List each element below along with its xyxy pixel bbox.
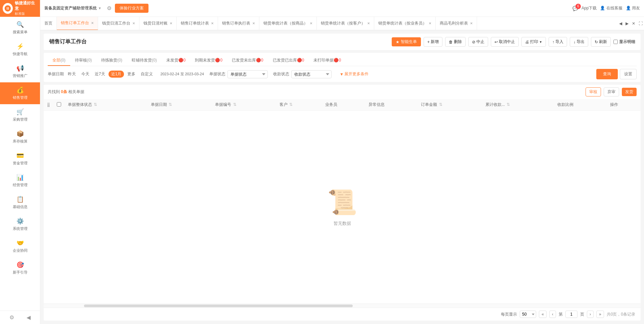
- print-btn[interactable]: 🖨 打印 ▼: [521, 37, 546, 47]
- filter-tab-inspect[interactable]: 待拣验货(0): [96, 55, 127, 66]
- page-last-btn[interactable]: »: [596, 311, 604, 318]
- col-number-sort[interactable]: ⇅: [233, 102, 237, 107]
- tab-sales-goods[interactable]: 销货单统计表（按商品） ✕: [259, 17, 317, 30]
- col-checkbox[interactable]: [53, 99, 65, 111]
- audit-btn[interactable]: 审核: [586, 87, 601, 96]
- page-next-btn[interactable]: ›: [587, 311, 594, 318]
- query-btn[interactable]: 查询: [596, 69, 618, 79]
- refresh-btn[interactable]: ↻ 刷新: [591, 37, 611, 47]
- page-first-btn[interactable]: «: [539, 311, 547, 318]
- date-today[interactable]: 今天: [79, 71, 91, 78]
- tab-margin[interactable]: 商品毛利分析表 ✕: [436, 17, 477, 30]
- system-title-select[interactable]: 装备及固定资产辅助管理系统 ▼: [44, 5, 101, 11]
- tabs-next[interactable]: ▶: [624, 21, 630, 26]
- col-customer-sort[interactable]: ⇅: [289, 102, 293, 107]
- cancel-stop-btn[interactable]: ↩ 取消中止: [491, 37, 519, 47]
- status-select[interactable]: 单据状态: [227, 70, 268, 78]
- filter-tab-pending[interactable]: 待审核(0): [70, 55, 97, 66]
- message-btn[interactable]: 💬 6: [572, 6, 578, 11]
- filter-tab-all[interactable]: 全部(0): [48, 55, 70, 66]
- filter-tab-unprinted[interactable]: 未打印单据🔴0: [309, 55, 346, 66]
- tab-margin-close[interactable]: ✕: [470, 22, 473, 25]
- sidebar-item-finance[interactable]: 💳 资金管理: [0, 148, 40, 170]
- cancel-audit-btn[interactable]: 弃审: [604, 87, 619, 96]
- sidebar-item-search[interactable]: 🔍 搜索菜单: [0, 17, 40, 39]
- filter-area: 全部(0) 待审核(0) 待拣验货(0) 旺铺待发货(0) 未发货🔴0 到期未发…: [44, 53, 641, 82]
- topbar-settings-icon[interactable]: ⚙: [107, 5, 112, 11]
- payment-select[interactable]: 收款状态: [291, 70, 332, 78]
- import-btn[interactable]: ↑ 导入: [549, 37, 567, 47]
- sidebar-item-guide[interactable]: 🎯 新手引导: [0, 257, 40, 279]
- tab-sales-goods-close[interactable]: ✕: [310, 22, 312, 25]
- col-status-sort[interactable]: ⇅: [94, 102, 97, 107]
- col-customer-label: 客户: [280, 102, 288, 107]
- user-menu-btn[interactable]: 👤 用友: [626, 5, 640, 11]
- stop-btn[interactable]: ⊘ 中止: [468, 37, 488, 47]
- smart-generate-btn[interactable]: ★ 智能生单: [392, 37, 421, 46]
- date-more[interactable]: 更多: [125, 71, 137, 78]
- horizontal-scrollbar[interactable]: [44, 303, 641, 308]
- show-detail-label[interactable]: 显示明细: [613, 39, 635, 45]
- tab-daily-account[interactable]: 钱货日清对账 ✕: [139, 17, 177, 30]
- date-custom[interactable]: 自定义: [139, 71, 155, 78]
- add-btn[interactable]: + 新增: [424, 37, 442, 47]
- tab-sales-stat-label: 销售订单统计表: [181, 21, 209, 26]
- filter-tab-shipped-stocked[interactable]: 已发货已出库🔴0: [268, 55, 309, 66]
- tab-sales-exec[interactable]: 销售订单执行表 ✕: [218, 17, 259, 30]
- tab-sales-stat[interactable]: 销售订单统计表 ✕: [177, 17, 218, 30]
- industry-btn[interactable]: 体验行业方案: [115, 4, 148, 13]
- tab-daily-clear[interactable]: 钱货日清工作台 ✕: [98, 17, 139, 30]
- app-download-btn[interactable]: App下载: [582, 5, 597, 11]
- tab-sales-exec-close[interactable]: ✕: [252, 22, 255, 25]
- sidebar-item-sales[interactable]: 💰 销售管理: [0, 82, 40, 104]
- ship-btn[interactable]: 发货: [622, 88, 637, 96]
- tab-sales-order[interactable]: 销售订单工作台 ✕: [57, 17, 98, 30]
- sidebar-item-basic[interactable]: 📋 基础信息: [0, 192, 40, 213]
- show-detail-checkbox[interactable]: [613, 40, 618, 44]
- tabs-prev[interactable]: ◀: [618, 21, 624, 26]
- sidebar-item-purchase[interactable]: 🛒 采购管理: [0, 104, 40, 126]
- settings-filter-btn[interactable]: 设置: [620, 69, 637, 79]
- expand-filter-btn[interactable]: ▼ 展开更多条件: [337, 70, 371, 78]
- col-date-sort[interactable]: ⇅: [169, 102, 172, 107]
- filter-tab-wangpu[interactable]: 旺铺待发货(0): [127, 55, 162, 66]
- sidebar-item-collab[interactable]: 🤝 企业协同: [0, 235, 40, 257]
- col-amount-sort[interactable]: ⇅: [439, 102, 442, 107]
- filter-tab-shipped-nostock[interactable]: 已发货未出库🔴0: [227, 55, 268, 66]
- online-service-btn[interactable]: 👤 在线客服: [600, 5, 622, 11]
- page-size-select[interactable]: 50 10 20 100: [520, 311, 536, 318]
- select-all-checkbox[interactable]: [57, 102, 61, 107]
- scroll-thumb[interactable]: [84, 305, 353, 307]
- settings-btn[interactable]: ⚙: [9, 314, 14, 321]
- smart-icon: ★: [396, 40, 399, 44]
- col-collected-sort[interactable]: ⇅: [507, 102, 510, 107]
- tab-sales-customer-close[interactable]: ✕: [367, 22, 370, 25]
- date-7days[interactable]: 近7天: [93, 71, 107, 78]
- filter-tab-unshipped[interactable]: 未发货🔴0: [162, 55, 190, 66]
- sidebar-item-inventory[interactable]: 📦 库存核算: [0, 126, 40, 148]
- date-1month[interactable]: 近1月: [109, 71, 124, 78]
- tab-sales-customer[interactable]: 销货单统计表（按客户） ✕: [317, 17, 374, 30]
- delete-btn[interactable]: 🗑 删除: [445, 37, 466, 47]
- date-yesterday[interactable]: 昨天: [66, 71, 78, 78]
- export-btn[interactable]: ↓ 导出: [570, 37, 588, 47]
- tab-sales-staff[interactable]: 销货单统计表（按业务员） ✕: [374, 17, 436, 30]
- tabs-close-all[interactable]: ✕: [631, 21, 637, 26]
- page-input[interactable]: [565, 311, 577, 318]
- tab-sales-order-close[interactable]: ✕: [91, 21, 94, 25]
- message-badge: 6: [575, 4, 581, 9]
- collapse-btn[interactable]: ◀: [27, 314, 31, 321]
- page-prev-btn[interactable]: ‹: [549, 311, 556, 318]
- sidebar-item-marketing[interactable]: 📢 营销推广: [0, 60, 40, 82]
- tab-home[interactable]: 首页: [40, 17, 57, 30]
- tab-sales-staff-close[interactable]: ✕: [429, 22, 431, 25]
- tab-daily-clear-close[interactable]: ✕: [132, 22, 135, 25]
- empty-illustration: 📜: [327, 188, 357, 216]
- sidebar-item-nav[interactable]: ⚡ 快捷导航: [0, 39, 40, 60]
- tab-daily-account-close[interactable]: ✕: [170, 22, 172, 25]
- tabs-fullscreen[interactable]: ⛶: [637, 21, 644, 26]
- sidebar-item-business[interactable]: 📊 经营管理: [0, 170, 40, 192]
- filter-tab-overdue[interactable]: 到期未发货🔴0: [190, 55, 227, 66]
- sidebar-item-system[interactable]: ⚙️ 系统管理: [0, 213, 40, 235]
- tab-sales-stat-close[interactable]: ✕: [211, 22, 214, 25]
